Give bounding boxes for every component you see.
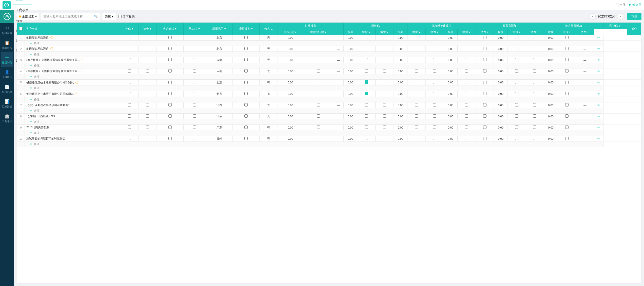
edit-button[interactable]: ✏ <box>597 58 600 62</box>
edu-amount: 0.00 <box>444 68 458 74</box>
edit-button[interactable]: ✏ <box>597 114 600 118</box>
note-edit-icon[interactable]: ✏ <box>30 75 32 78</box>
city-declare <box>407 46 426 52</box>
employee-dropdown-icon: ▾ <box>35 15 37 18</box>
edit-button[interactable]: ✏ <box>597 92 600 96</box>
city-pay <box>425 35 444 41</box>
note-edit-icon[interactable]: ✏ <box>30 120 32 123</box>
note-edit-icon[interactable]: ✏ <box>30 64 32 67</box>
clear-card-cell <box>138 57 157 63</box>
tax-value: 0.00 <box>278 35 303 41</box>
vat-declare <box>357 125 376 130</box>
local-declare <box>508 80 526 85</box>
search-input[interactable] <box>43 15 94 18</box>
vat-pay <box>376 125 394 130</box>
filter-button[interactable]: 筛选 ▾ <box>102 13 116 20</box>
note-edit-icon[interactable]: ✏ <box>30 53 32 56</box>
sidebar-icon-1: 📋 <box>4 40 10 46</box>
monthly-check: — <box>334 35 343 41</box>
sidebar-item-4[interactable]: 📄报税记录 <box>1 82 13 96</box>
edu-amount: 0.00 <box>444 114 458 119</box>
vat-pay <box>376 114 394 119</box>
th-edu-surcharge: 教育费附加 <box>476 23 544 29</box>
stamp-pay: — <box>576 80 594 85</box>
city-amount: 0.00 <box>394 57 407 63</box>
sidebar-item-0[interactable]: ⚙报税设置 <box>1 23 13 38</box>
note-edit-icon[interactable]: ✏ <box>30 86 32 90</box>
row-num: 10 <box>17 136 25 141</box>
topnav-item-报税[interactable]: 报税 <box>13 0 32 5</box>
note-edit-icon[interactable]: ✏ <box>30 131 32 134</box>
note-edit-icon[interactable]: ✏ <box>30 109 32 112</box>
tax-device-cell <box>233 136 260 141</box>
stamp-declare <box>558 80 576 85</box>
monthly-check: — <box>334 46 343 52</box>
sidebar-item-2[interactable]: 👁报税浏览 <box>1 52 13 67</box>
tax-value: 0.00 <box>278 91 303 97</box>
clear-card-cell <box>138 46 157 52</box>
note-num <box>17 97 25 102</box>
vat-amount: 0.00 <box>343 102 357 108</box>
edit-button[interactable]: ✏ <box>597 137 600 140</box>
annual-check <box>303 68 334 74</box>
row-num: 7 <box>17 102 25 108</box>
note-edit-icon[interactable]: ✏ <box>30 42 32 45</box>
note-row: ✏ 备注： <box>17 141 641 147</box>
region-cell: 北京 <box>206 80 233 85</box>
sidebar-item-6[interactable]: 🏢工商年报 <box>1 111 13 126</box>
city-amount: 0.00 <box>394 114 407 119</box>
tax-device-cell <box>233 57 260 63</box>
edu-pay <box>476 114 494 119</box>
member-btn[interactable]: ▶ 畅会员 <box>629 3 641 7</box>
download-button[interactable]: 下载 <box>627 13 641 20</box>
edit-button[interactable]: ✏ <box>597 126 600 129</box>
table-header-row1: 客户名称 抄税▼ 清卡▼ 客户确认▼ 已完税▼ 所属地区▼ 税控设备▼ 收入 C… <box>17 23 641 29</box>
note-row: ✏ 备注： <box>17 108 641 114</box>
next-date-button[interactable]: › <box>617 13 623 20</box>
paid-tax-cell <box>183 68 206 74</box>
note-edit-icon[interactable]: ✏ <box>30 98 32 101</box>
vat-declare <box>357 68 376 74</box>
main-table: 客户名称 抄税▼ 清卡▼ 客户确认▼ 已完税▼ 所属地区▼ 税控设备▼ 收入 C… <box>17 23 641 147</box>
row-num: 4 <box>17 68 25 74</box>
fullscreen-btn[interactable]: ⛶ 全屏 <box>615 3 625 7</box>
th-vat-amount: 税额 <box>343 29 357 35</box>
th-city-pay: 缴费▼ <box>425 29 444 35</box>
sidebar-item-5[interactable]: 📊汇算清缴 <box>1 96 13 111</box>
clear-card-cell <box>138 35 157 41</box>
th-stamp-tax: 印花税（f <box>603 23 627 29</box>
select-all-checkbox[interactable] <box>19 27 23 30</box>
sidebar-item-1[interactable]: 📋批量报税 <box>1 38 13 52</box>
vat-declare <box>357 80 376 85</box>
operation-cell: ✏ <box>594 102 603 108</box>
edit-button[interactable]: ✏ <box>597 36 600 40</box>
th-city-tax: 城市维护建设税 <box>407 23 476 29</box>
sidebar-item-3[interactable]: 👤个税申报 <box>1 67 13 82</box>
tax-device-cell <box>233 125 260 130</box>
edit-button[interactable]: ✏ <box>597 69 600 73</box>
teal-check <box>365 92 368 95</box>
city-pay <box>425 80 444 85</box>
tax-value: 0.00 <box>278 102 303 108</box>
th-city-declare: 申报▼ <box>407 29 426 35</box>
note-edit-icon[interactable]: ✏ <box>30 142 32 146</box>
table-row: 9 2013（陶美劳勿删） 广东 有 0.00 — 0.00 0.00 0.00… <box>17 125 641 130</box>
marked-checkbox[interactable] <box>118 15 122 18</box>
operation-cell: ✏ <box>594 46 603 52</box>
row-num: 6 <box>17 91 25 97</box>
note-cell: ✏ 备注： <box>25 141 603 147</box>
marked-checkbox-label[interactable]: 名下标表 <box>118 14 135 19</box>
th-annual-report: 申报(年)▼ <box>278 29 303 35</box>
edu-amount: 0.00 <box>444 80 458 85</box>
edit-button[interactable]: ✏ <box>597 103 600 107</box>
search-icon[interactable]: 🔍 <box>94 15 98 18</box>
edit-button[interactable]: ✏ <box>597 47 600 51</box>
client-confirm-cell <box>157 136 183 141</box>
edit-button[interactable]: ✏ <box>597 81 600 84</box>
prev-date-button[interactable]: ‹ <box>590 13 596 20</box>
edu-declare <box>458 125 476 130</box>
client-name-cell: （原）谋删勿改李艳珍测试斯套新1 <box>25 102 120 108</box>
warning-icon: ⓘ <box>50 47 53 50</box>
employee-select[interactable]: 全部员工 ▾ <box>17 13 39 20</box>
operation-cell: ✏ <box>594 68 603 74</box>
